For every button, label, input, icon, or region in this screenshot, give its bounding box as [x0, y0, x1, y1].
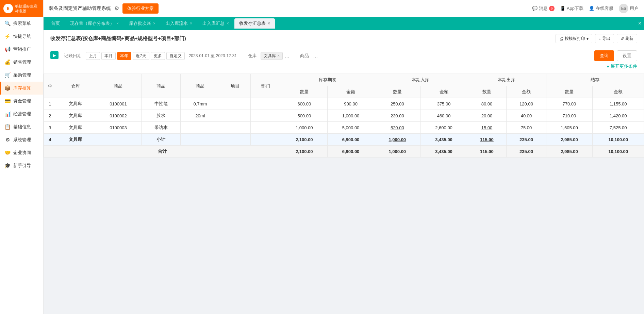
row-out-qty: 15.00	[467, 122, 507, 134]
sidebar-item-search[interactable]: 🔍 搜索菜单	[0, 17, 43, 30]
subtotal-out-amount: 235.00	[507, 134, 546, 146]
logo-text: 畅捷通好生意 标准版	[15, 4, 37, 14]
row-closing-qty: 1,505.00	[546, 122, 593, 134]
tab-close-batch[interactable]: ×	[153, 21, 155, 26]
date-btn-more[interactable]: 更多	[151, 52, 165, 60]
table-row: 3 文具库 0100003 采访本 1,000.00 5,000.00 520.…	[44, 122, 644, 134]
row-out-qty: 80.00	[467, 98, 507, 110]
warehouse-tag-close[interactable]: ×	[277, 53, 280, 58]
date-btn-custom[interactable]: 自定义	[166, 52, 185, 60]
sidebar-item-finance[interactable]: 💳 资金管理	[0, 95, 43, 108]
row-code: 0100003	[95, 122, 142, 134]
try-btn[interactable]: 体验行业方案	[122, 3, 159, 14]
sidebar-item-guide[interactable]: 🎓 新手引导	[0, 159, 43, 172]
table-footer: 合计 2,100.00 6,900.00 1,000.00 3,435.00 1…	[44, 146, 644, 158]
search-icon: 🔍	[4, 20, 11, 27]
expand-filter-btn[interactable]: ▾ 展开更多条件	[607, 63, 637, 69]
col-dept-header: 部门	[250, 74, 281, 98]
date-range: 2023-01-01 至 2023-12-31	[189, 53, 237, 59]
close-all-tabs-btn[interactable]: ×	[638, 20, 641, 27]
app-download-btn[interactable]: 📱 App下载	[560, 5, 583, 12]
sidebar-item-inventory[interactable]: 📦 库存核算	[0, 82, 43, 95]
subtotal-spec	[180, 134, 220, 146]
warehouse-more-dots[interactable]: ...	[285, 53, 289, 59]
subtotal-closing-amount: 10,100.00	[593, 134, 644, 146]
sidebar-item-operation[interactable]: 📊 经营管理	[0, 108, 43, 120]
subtotal-opening-amount: 6,900.00	[328, 134, 374, 146]
query-btn[interactable]: 查询	[594, 50, 614, 61]
message-badge: 6	[549, 6, 555, 11]
tab-inout-flow[interactable]: 出入库流水 ×	[161, 18, 197, 29]
date-label: 记账日期	[64, 53, 82, 59]
export-btn[interactable]: ↓ 导出	[595, 34, 614, 43]
setting-btn[interactable]: 设置	[617, 50, 637, 61]
tab-stock-distribution[interactable]: 现存量（库存分布表） ×	[65, 18, 123, 29]
col-closing-group: 结存	[546, 74, 644, 86]
row-in-qty: 520.00	[374, 122, 420, 134]
tab-home[interactable]: 首页	[46, 18, 65, 29]
tab-close-stock[interactable]: ×	[116, 21, 119, 26]
row-in-qty: 230.00	[374, 110, 420, 122]
row-out-amount: 75.00	[507, 122, 546, 134]
filter-toggle-btn[interactable]: ▶	[50, 51, 59, 59]
row-code: 0100001	[95, 98, 142, 110]
sidebar-item-basic-info[interactable]: 📋 基础信息	[0, 120, 43, 133]
message-btn[interactable]: 💬 消息 6	[532, 5, 555, 12]
tab-batch-account[interactable]: 库存批次账 ×	[124, 18, 160, 29]
marketing-icon: 📢	[4, 46, 11, 52]
tabs-bar: 首页 现存量（库存分布表） × 库存批次账 × 出入库流水 × 出入库汇总 × …	[44, 17, 644, 30]
tab-close-summary[interactable]: ×	[268, 21, 270, 26]
subtotal-closing-qty: 2,985.00	[546, 134, 593, 146]
col-code-header: 商品	[95, 74, 142, 98]
sidebar-item-enterprise[interactable]: 🤝 企业协同	[0, 146, 43, 159]
row-closing-amount: 7,525.00	[593, 122, 644, 134]
service-icon: 👤	[589, 6, 594, 11]
col-opening-amount: 金额	[328, 86, 374, 98]
logo-icon: 6	[3, 4, 13, 13]
gear-icon[interactable]: ⚙	[114, 5, 119, 12]
user-btn[interactable]: Ea 用户	[619, 4, 639, 13]
guide-icon: 🎓	[4, 163, 11, 169]
col-in-amount: 金额	[420, 86, 467, 98]
online-service-btn[interactable]: 👤 在线客服	[589, 5, 613, 12]
tab-close-flow[interactable]: ×	[190, 21, 192, 26]
sidebar: 6 畅捷通好生意 标准版 🔍 搜索菜单 ⚡ 快捷导航 📢 营销推广 💰	[0, 0, 44, 314]
filter-groups: 记账日期 上月 本月 本年 近7天 更多 自定义 2023-01-01 至 20…	[64, 50, 637, 69]
refresh-btn[interactable]: ↺ 刷新	[617, 34, 637, 43]
row-out-amount: 120.00	[507, 98, 546, 110]
date-btn-7days[interactable]: 近7天	[133, 52, 149, 60]
filter-row-date: 记账日期 上月 本月 本年 近7天 更多 自定义 2023-01-01 至 20…	[64, 50, 637, 61]
sidebar-item-quick-nav[interactable]: ⚡ 快捷导航	[0, 30, 43, 43]
row-opening-qty: 600.00	[281, 98, 328, 110]
filter-bar: ▶ 记账日期 上月 本月 本年 近7天 更多 自定义	[44, 46, 644, 74]
sidebar-item-system[interactable]: ⚙ 系统管理	[0, 133, 43, 146]
row-dept	[250, 122, 281, 134]
print-btn[interactable]: 🖨 按模板打印 ▾	[556, 34, 592, 43]
row-closing-qty: 770.00	[546, 98, 593, 110]
sidebar-item-marketing[interactable]: 📢 营销推广	[0, 43, 43, 56]
date-btn-this-month[interactable]: 本月	[101, 52, 116, 60]
col-spec-header: 商品	[180, 74, 220, 98]
row-opening-qty: 500.00	[281, 110, 328, 122]
subtotal-out-qty: 115.00	[467, 134, 507, 146]
row-project	[220, 122, 250, 134]
date-btn-this-year[interactable]: 本年	[117, 52, 131, 60]
goods-more-dots[interactable]: ...	[313, 53, 317, 59]
main-area: 装备及固定资产辅助管理系统 ⚙ 体验行业方案 💬 消息 6 📱 App下载 👤 …	[44, 0, 644, 314]
tab-close-inout[interactable]: ×	[227, 21, 229, 26]
sales-icon: 💰	[4, 59, 11, 65]
system-title: 装备及固定资产辅助管理系统	[49, 5, 111, 12]
row-spec: 0.7mm	[180, 98, 220, 110]
col-settings[interactable]: ⚙	[44, 74, 56, 98]
tab-stock-summary[interactable]: 收发存汇总表 ×	[234, 18, 275, 29]
sidebar-item-purchase[interactable]: 🛒 采购管理	[0, 69, 43, 82]
footer-in-qty: 1,000.00	[374, 146, 420, 158]
row-in-qty: 250.00	[374, 98, 420, 110]
operation-icon: 📊	[4, 111, 11, 117]
row-name: 采访本	[142, 122, 181, 134]
date-btn-last-month[interactable]: 上月	[86, 52, 100, 60]
export-icon: ↓	[599, 36, 601, 41]
row-opening-qty: 1,000.00	[281, 122, 328, 134]
sidebar-item-sales[interactable]: 💰 销售管理	[0, 56, 43, 69]
tab-inout-summary[interactable]: 出入库汇总 ×	[198, 18, 234, 29]
